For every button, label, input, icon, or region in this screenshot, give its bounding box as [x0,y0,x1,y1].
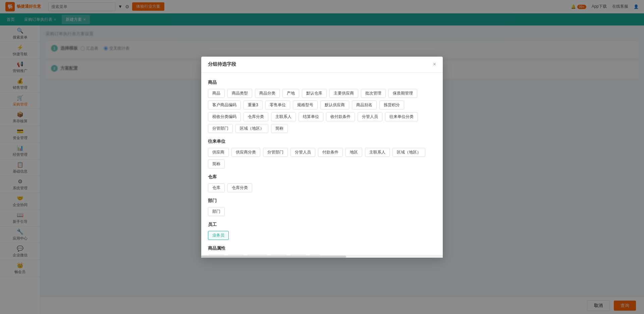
field-tag[interactable]: 收付款条件 [326,112,355,121]
field-tag[interactable]: 商品类型 [227,89,252,98]
field-tag[interactable]: 规格型号 [293,101,318,110]
field-tag[interactable]: 简称 [271,124,288,133]
section-title-goods: 商品 [208,79,436,85]
section-title-counterpart: 往来单位 [208,138,436,144]
field-tag[interactable]: 保质期管理 [388,89,417,98]
field-tag[interactable]: 主联系人 [271,112,296,121]
field-tag[interactable]: 仓库分类 [244,112,268,121]
field-tag[interactable]: 区域（地区） [392,148,425,157]
field-tag[interactable]: 分管部门 [263,148,288,157]
field-tag[interactable]: 供应商分类 [231,148,260,157]
field-tag[interactable]: 地区 [345,148,362,157]
section-title-department: 部门 [208,198,436,204]
goods-field-tags: 商品 商品类型 商品分类 产地 默认仓库 主要供应商 批次管理 保质期管理 客户… [208,89,436,133]
field-tag[interactable]: 商品 [208,89,225,98]
field-tag[interactable]: 主联系人 [365,148,390,157]
field-tag[interactable]: 商品别名 [352,101,377,110]
modal-close-button[interactable]: × [433,62,436,67]
field-tag[interactable]: 简称 [208,160,225,169]
field-tag[interactable]: 分管人员 [358,112,382,121]
scrollbar-thumb [201,256,346,258]
section-title-employee: 员工 [208,222,436,228]
field-tag[interactable]: 部门 [208,207,225,216]
field-tag[interactable]: 往来单位分类 [385,112,418,121]
field-tag[interactable]: 客户商品编码 [208,101,241,110]
field-tag[interactable]: 区域（地区） [235,124,268,133]
modal-header: 分组待选字段 × [201,57,443,73]
section-title-goods-attr: 商品属性 [208,245,436,251]
field-tag[interactable]: 业务员 [208,231,229,240]
warehouse-field-tags: 仓库 仓库分类 [208,183,436,192]
department-field-tags: 部门 [208,207,436,216]
field-tag[interactable]: 供应商 [208,148,229,157]
field-tag[interactable]: 分管部门 [208,124,233,133]
field-tag[interactable]: 商品分类 [255,89,280,98]
modal-title: 分组待选字段 [208,61,236,67]
field-tag[interactable]: 结算单位 [299,112,323,121]
field-tag[interactable]: 税收分类编码 [208,112,241,121]
field-tag[interactable]: 默认供应商 [320,101,349,110]
field-tag[interactable]: 产地 [282,89,299,98]
field-tag[interactable]: 拣货积分 [379,101,404,110]
modal-body: 商品 商品 商品类型 商品分类 产地 默认仓库 主要供应商 批次管理 保质期管理… [201,73,443,255]
modal-dialog: 分组待选字段 × 商品 商品 商品类型 商品分类 产地 默认仓库 主要供应商 批… [201,57,443,258]
field-tag[interactable]: 仓库 [208,183,225,192]
horizontal-scrollbar[interactable] [201,255,443,258]
modal-overlay: 分组待选字段 × 商品 商品 商品类型 商品分类 产地 默认仓库 主要供应商 批… [0,0,644,314]
field-tag[interactable]: 付款条件 [318,148,343,157]
field-tag[interactable]: 批次管理 [361,89,386,98]
employee-field-tags: 业务员 [208,231,436,240]
counterpart-field-tags: 供应商 供应商分类 分管部门 分管人员 付款条件 地区 主联系人 区域（地区） … [208,148,436,169]
field-tag[interactable]: 零售单位 [265,101,290,110]
field-tag[interactable]: 重量3 [244,101,263,110]
field-tag[interactable]: 分管人员 [290,148,315,157]
field-tag[interactable]: 主要供应商 [329,89,358,98]
field-tag[interactable]: 默认仓库 [302,89,327,98]
field-tag[interactable]: 仓库分类 [227,183,252,192]
section-title-warehouse: 仓库 [208,174,436,180]
